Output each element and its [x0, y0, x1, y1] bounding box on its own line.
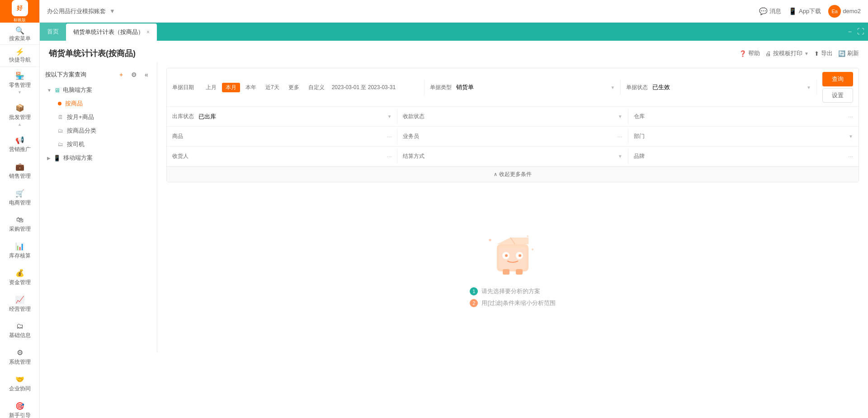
tree-item-by-cashier[interactable]: 🗂 按司机: [54, 138, 157, 151]
logo-icon: 好: [12, 0, 28, 16]
step2-num: 2: [470, 299, 478, 307]
topbar: 办公用品行业模拟账套 ▼ 💬 消息 📱 App下载 Ea demo2: [40, 0, 868, 23]
pc-section-icon: 🖥: [54, 87, 60, 94]
sidebar-item-purchase[interactable]: 🛍 采购管理: [0, 211, 39, 238]
tab-home[interactable]: 首页: [40, 23, 66, 41]
filter-row-3: 商品 ··· 业务员 ··· 部门: [167, 127, 859, 147]
filter-brand-cell: 品牌 ···: [628, 149, 859, 164]
print-btn[interactable]: 🖨 按模板打印 ▼: [765, 49, 809, 57]
messages-btn[interactable]: 💬 消息: [759, 7, 781, 15]
sidebar-item-enterprise[interactable]: 🤝 企业协同: [0, 370, 39, 397]
consignee-input[interactable]: [198, 153, 385, 160]
doctype-select[interactable]: 销货单 ▼: [456, 83, 615, 91]
docstatus-chevron: ▼: [807, 85, 811, 90]
logo-subtitle: 标账版: [14, 17, 26, 23]
date-tag-7days[interactable]: 近7天: [262, 83, 283, 92]
salesperson-input[interactable]: [429, 133, 615, 140]
goods-input[interactable]: [198, 133, 385, 140]
filter-doctype-cell: 单据类型 销货单 ▼: [425, 80, 621, 95]
sidebar-item-wholesale[interactable]: 📦 批发管理 ▲: [0, 99, 39, 131]
tab-active[interactable]: 销货单统计计表（按商品） ×: [66, 24, 157, 41]
settings-button[interactable]: 设置: [822, 88, 853, 103]
dept-chevron: ▼: [849, 134, 853, 139]
dept-select[interactable]: ▼: [660, 134, 853, 139]
outstatus-value: 已出库: [198, 113, 216, 121]
minimize-icon[interactable]: －: [846, 27, 854, 37]
logo-area[interactable]: 好 标账版: [0, 0, 39, 23]
warehouse-dots-btn[interactable]: ···: [848, 113, 853, 120]
brand-dots-btn[interactable]: ···: [848, 153, 853, 160]
outstatus-chevron: ▼: [387, 114, 392, 119]
mobile-section-label: 移动端方案: [63, 154, 93, 162]
tabs-bar: 首页 销货单统计计表（按商品） × － ⛶: [40, 23, 868, 41]
tree-item-by-goods-cat[interactable]: 🗂 按商品分类: [54, 124, 157, 138]
sidebar-item-ecommerce[interactable]: 🛒 电商管理: [0, 185, 39, 211]
step1-num: 1: [470, 287, 478, 295]
cashier-icon: 🗂: [58, 141, 63, 147]
system-icon: ⚙: [17, 348, 23, 357]
docstatus-value: 已生效: [652, 83, 670, 91]
mobile-section-icon: 📱: [53, 155, 61, 162]
docstatus-select[interactable]: 已生效 ▼: [652, 83, 811, 91]
tree-item-by-month-goods[interactable]: 🗓 按月+商品: [54, 110, 157, 124]
sidebar-item-retail[interactable]: 🏪 零售管理 ▼: [0, 67, 39, 99]
tree-item-by-goods[interactable]: 按商品: [54, 97, 157, 110]
date-tag-custom[interactable]: 自定义: [305, 83, 328, 92]
page-header: 销货单统计计表(按商品) ❓ 帮助 🖨 按模板打印 ▼ ⬆ 导出 🔄 刷新: [40, 41, 868, 62]
help-icon: ❓: [739, 50, 746, 57]
sidebar-item-sales[interactable]: 💼 销售管理: [0, 158, 39, 185]
dropdown-icon[interactable]: ▼: [109, 8, 115, 14]
outstatus-select[interactable]: 已出库 ▼: [198, 113, 392, 121]
tab-controls: － ⛶: [843, 27, 868, 37]
salesperson-dots-btn[interactable]: ···: [618, 133, 623, 140]
date-tag-this-year[interactable]: 本年: [242, 83, 260, 92]
date-tag-last-month[interactable]: 上月: [202, 83, 220, 92]
sidebar-quick-nav[interactable]: ⚡ 快捷导航: [0, 45, 39, 67]
industry-label: 办公用品行业模拟账套: [47, 7, 106, 15]
add-scheme-btn[interactable]: +: [116, 70, 126, 80]
month-goods-icon: 🗓: [58, 114, 63, 120]
collapse-bar[interactable]: ∧ 收起更多条件: [167, 166, 859, 182]
maximize-icon[interactable]: ⛶: [857, 28, 864, 36]
date-tag-this-month[interactable]: 本月: [222, 83, 240, 92]
warehouse-input[interactable]: [660, 114, 846, 120]
by-goods-label: 按商品: [65, 100, 83, 108]
tree-section-mobile[interactable]: ▶ 📱 移动端方案: [40, 151, 157, 165]
svg-text:✦: ✦: [526, 234, 529, 238]
sidebar-item-operation[interactable]: 📈 经营管理: [0, 291, 39, 318]
tab-close-btn[interactable]: ×: [146, 29, 150, 35]
topbar-right: 💬 消息 📱 App下载 Ea demo2: [759, 5, 861, 18]
settings-scheme-btn[interactable]: ⚙: [129, 70, 139, 80]
sidebar-item-marketing[interactable]: 📢 营销推广: [0, 131, 39, 158]
svg-rect-6: [503, 269, 509, 275]
help-btn[interactable]: ❓ 帮助: [739, 49, 760, 57]
sidebar-item-inventory[interactable]: 📊 库存核算: [0, 238, 39, 264]
app-download-btn[interactable]: 📱 App下载: [788, 7, 821, 15]
sidebar-item-guide[interactable]: 🎯 新手引导: [0, 397, 39, 418]
settlement-label: 结算方式: [403, 152, 425, 160]
collapse-panel-btn[interactable]: «: [142, 70, 151, 80]
consignee-dots-btn[interactable]: ···: [387, 153, 392, 160]
export-btn[interactable]: ⬆ 导出: [814, 49, 833, 57]
date-tag-more[interactable]: 更多: [285, 83, 303, 92]
filter-consignee-cell: 收货人 ···: [167, 149, 397, 164]
active-tab-label: 销货单统计计表（按商品）: [73, 28, 144, 36]
sidebar-item-system[interactable]: ⚙ 系统管理: [0, 344, 39, 370]
refresh-btn[interactable]: 🔄 刷新: [838, 49, 859, 57]
outstatus-label: 出库状态: [172, 113, 195, 120]
tree-section-pc[interactable]: ▼ 🖥 电脑端方案: [40, 83, 157, 97]
print-dropdown-icon[interactable]: ▼: [804, 51, 809, 56]
sidebar-item-finance[interactable]: 💰 资金管理: [0, 264, 39, 291]
brand-input[interactable]: [660, 153, 846, 160]
salesperson-label: 业务员: [403, 133, 425, 140]
sidebar-search[interactable]: 🔍 搜索菜单: [0, 23, 39, 45]
goods-cat-icon: 🗂: [58, 128, 63, 134]
marketing-icon: 📢: [15, 136, 24, 144]
query-button[interactable]: 查询: [822, 72, 853, 86]
goods-dots-btn[interactable]: ···: [387, 133, 392, 140]
sidebar-item-basic[interactable]: 🗂 基础信息: [0, 318, 39, 344]
topbar-left: 办公用品行业模拟账套 ▼: [47, 7, 115, 15]
user-profile-btn[interactable]: Ea demo2: [828, 5, 861, 18]
paymentstatus-select[interactable]: ▼: [429, 114, 622, 119]
settlement-select[interactable]: ▼: [429, 154, 622, 159]
